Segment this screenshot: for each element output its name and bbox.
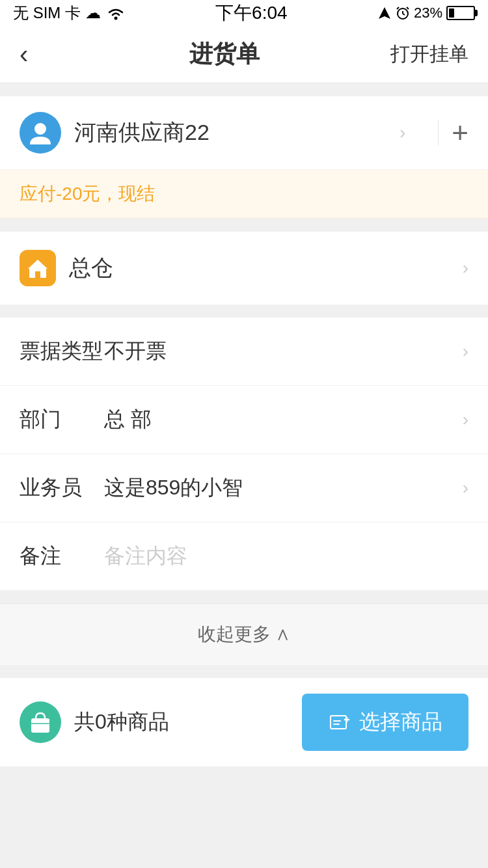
department-row[interactable]: 部门 总 部 › xyxy=(0,386,488,454)
product-bag-icon xyxy=(27,709,53,735)
department-arrow: › xyxy=(463,409,468,430)
salesperson-label: 业务员 xyxy=(20,474,104,502)
status-left: 无 SIM 卡 ☁ xyxy=(13,3,126,23)
sim-text: 无 SIM 卡 ☁ xyxy=(13,3,101,23)
warehouse-building-icon xyxy=(27,257,49,279)
battery-text: 23% xyxy=(414,5,442,21)
supplier-arrow-icon: › xyxy=(400,122,405,143)
product-icon-wrap xyxy=(20,701,61,743)
svg-line-4 xyxy=(397,7,399,9)
person-icon xyxy=(27,120,53,146)
salesperson-value: 这是859的小智 xyxy=(104,474,463,502)
svg-rect-9 xyxy=(35,271,40,278)
product-count-text: 共0种商品 xyxy=(74,708,302,737)
remark-placeholder[interactable]: 备注内容 xyxy=(104,542,468,571)
battery-icon xyxy=(446,6,475,20)
warehouse-name: 总仓 xyxy=(69,253,463,283)
add-supplier-button[interactable]: + xyxy=(452,118,468,147)
salesperson-row[interactable]: 业务员 这是859的小智 › xyxy=(0,454,488,522)
bottom-bar: 共0种商品 选择商品 xyxy=(0,678,488,766)
select-product-label: 选择商品 xyxy=(359,708,442,737)
collapse-button[interactable]: 收起更多 ∧ xyxy=(0,603,488,665)
remark-row[interactable]: 备注 备注内容 xyxy=(0,522,488,590)
form-section: 票据类型 不开票 › 部门 总 部 › 业务员 这是859的小智 › 备注 备注… xyxy=(0,318,488,590)
collapse-label: 收起更多 ∧ xyxy=(198,624,291,644)
svg-rect-10 xyxy=(31,718,49,733)
warehouse-row[interactable]: 总仓 › xyxy=(0,232,488,305)
supplier-name: 河南供应商22 xyxy=(74,118,400,148)
svg-line-5 xyxy=(407,7,409,9)
alarm-icon xyxy=(396,6,410,20)
svg-rect-12 xyxy=(331,716,346,729)
supplier-section: 河南供应商22 › + 应付-20元，现结 xyxy=(0,96,488,219)
wifi-icon xyxy=(106,6,126,20)
department-value: 总 部 xyxy=(104,405,463,434)
warehouse-section[interactable]: 总仓 › xyxy=(0,232,488,305)
status-time: 下午6:04 xyxy=(215,1,288,25)
location-icon xyxy=(377,6,392,20)
page-title: 进货单 xyxy=(189,38,260,70)
select-product-icon xyxy=(328,711,351,734)
invoice-type-arrow: › xyxy=(463,341,468,362)
department-label: 部门 xyxy=(20,405,104,434)
notice-text: 应付-20元，现结 xyxy=(20,183,155,204)
status-bar: 无 SIM 卡 ☁ 下午6:04 23% xyxy=(0,0,488,26)
nav-bar: ‹ 进货单 打开挂单 xyxy=(0,26,488,83)
notice-bar: 应付-20元，现结 xyxy=(0,170,488,219)
warehouse-icon-wrap xyxy=(20,250,56,286)
invoice-type-value: 不开票 xyxy=(104,337,463,366)
svg-marker-8 xyxy=(28,260,47,269)
salesperson-arrow: › xyxy=(463,478,468,498)
select-product-button[interactable]: 选择商品 xyxy=(302,694,468,751)
gray-fill-area xyxy=(0,766,488,868)
open-pending-button[interactable]: 打开挂单 xyxy=(390,41,468,68)
status-right: 23% xyxy=(377,5,475,21)
remark-label: 备注 xyxy=(20,542,104,571)
supplier-avatar xyxy=(20,112,61,154)
warehouse-arrow-icon: › xyxy=(463,258,468,278)
supplier-row[interactable]: 河南供应商22 › + xyxy=(0,96,488,170)
back-button[interactable]: ‹ xyxy=(20,40,59,69)
invoice-type-row[interactable]: 票据类型 不开票 › xyxy=(0,318,488,386)
vertical-divider xyxy=(438,120,439,146)
svg-point-6 xyxy=(34,123,46,135)
svg-point-0 xyxy=(114,17,117,20)
invoice-type-label: 票据类型 xyxy=(20,337,104,366)
svg-line-3 xyxy=(403,14,405,15)
